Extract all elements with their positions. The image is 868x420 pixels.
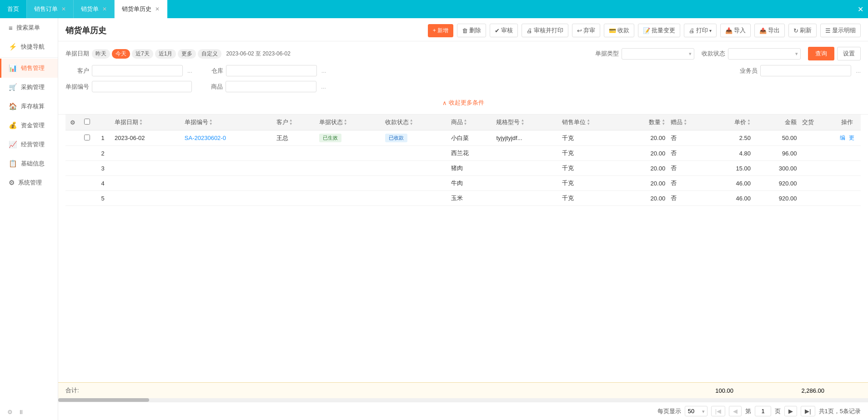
col-doc-status[interactable]: 单据状态 ▲▼ bbox=[316, 115, 382, 130]
sidebar-item-basic-info[interactable]: 📋 基础信息 bbox=[0, 154, 58, 173]
fund-mgmt-icon: 💰 bbox=[9, 121, 17, 130]
scroll-thumb[interactable] bbox=[58, 398, 149, 402]
col-price[interactable]: 单价 ▲▼ bbox=[711, 115, 753, 130]
customer-input[interactable] bbox=[92, 65, 183, 76]
tab-sales-history[interactable]: 销货单历史 ✕ bbox=[115, 0, 167, 18]
row-1-checkbox[interactable] bbox=[84, 135, 90, 140]
cell-gear-5 bbox=[65, 191, 80, 206]
warehouse-input[interactable] bbox=[226, 65, 317, 76]
review-print-button[interactable]: 🖨 审核并打印 bbox=[522, 24, 568, 37]
close-all-button[interactable]: ✕ bbox=[858, 5, 863, 14]
warehouse-dots[interactable]: ... bbox=[321, 67, 326, 74]
col-customer[interactable]: 客户 ▲▼ bbox=[274, 115, 316, 130]
sidebar-item-quick-nav[interactable]: ⚡ 快捷导航 bbox=[0, 37, 58, 56]
customer-dots[interactable]: ... bbox=[187, 67, 192, 74]
select-all-checkbox[interactable] bbox=[84, 119, 90, 125]
show-detail-button[interactable]: ☰ 显示明细 bbox=[820, 24, 861, 37]
col-goods[interactable]: 商品 ▲▼ bbox=[448, 115, 494, 130]
sort-unit[interactable]: 销售单位 ▲▼ bbox=[562, 118, 590, 126]
sidebar-item-sys-mgmt[interactable]: ⚙ 系统管理 bbox=[0, 173, 58, 192]
sidebar-collapse-icon[interactable]: ⏸ bbox=[18, 409, 24, 415]
col-date[interactable]: 单据日期 ▲▼ bbox=[112, 115, 182, 130]
col-gift[interactable]: 赠品 ▲▼ bbox=[668, 115, 711, 130]
col-qty[interactable]: 数量 ▲▼ bbox=[625, 115, 668, 130]
sort-pay-status[interactable]: 收款状态 ▲▼ bbox=[385, 118, 413, 126]
cell-spec-4 bbox=[493, 176, 559, 191]
sidebar-item-search-menu[interactable]: ≡ 搜索菜单 bbox=[0, 18, 58, 37]
sort-spec[interactable]: 规格型号 ▲▼ bbox=[496, 118, 524, 126]
goods-dots[interactable]: ... bbox=[321, 83, 326, 90]
col-doc-no[interactable]: 单据编号 ▲▼ bbox=[182, 115, 274, 130]
cell-customer-4 bbox=[274, 176, 316, 191]
sort-doc-status[interactable]: 单据状态 ▲▼ bbox=[319, 118, 347, 126]
sidebar-item-purchase-mgmt[interactable]: 🛒 采购管理 bbox=[0, 78, 58, 97]
query-button[interactable]: 查询 bbox=[808, 47, 834, 60]
collapse-button[interactable]: ∧ 收起更多条件 bbox=[65, 97, 861, 109]
sort-goods[interactable]: 商品 ▲▼ bbox=[451, 118, 467, 126]
new-button[interactable]: + 新增 bbox=[428, 24, 453, 37]
col-unit[interactable]: 销售单位 ▲▼ bbox=[559, 115, 625, 130]
page-number-input[interactable] bbox=[755, 406, 771, 416]
export-button[interactable]: 📤 导出 bbox=[754, 24, 785, 37]
tab-sales-goods-close[interactable]: ✕ bbox=[102, 6, 107, 12]
tab-sales-history-close[interactable]: ✕ bbox=[155, 6, 160, 12]
tab-sales-order[interactable]: 销售订单 ✕ bbox=[27, 0, 74, 18]
import-button[interactable]: 📥 导入 bbox=[720, 24, 751, 37]
chip-1month[interactable]: 近1月 bbox=[155, 49, 176, 59]
ops-mgmt-icon: 📈 bbox=[9, 140, 17, 149]
last-page-button[interactable]: ▶| bbox=[801, 406, 815, 416]
print-button[interactable]: 🖨 打印 ▾ bbox=[684, 24, 717, 37]
col-pay-status[interactable]: 收款状态 ▲▼ bbox=[382, 115, 448, 130]
edit-btn-1[interactable]: 编 bbox=[840, 135, 845, 141]
sort-doc-no[interactable]: 单据编号 ▲▼ bbox=[185, 118, 213, 126]
doc-no-link-1[interactable]: SA-20230602-0 bbox=[185, 135, 226, 141]
pay-status-select[interactable] bbox=[728, 48, 801, 60]
cell-date-2 bbox=[112, 146, 182, 161]
col-spec[interactable]: 规格型号 ▲▼ bbox=[493, 115, 559, 130]
show-detail-label: 显示明细 bbox=[832, 26, 856, 35]
sidebar-item-stock-calc[interactable]: 🏠 库存核算 bbox=[0, 97, 58, 116]
chip-custom[interactable]: 自定义 bbox=[198, 49, 221, 59]
refresh-button[interactable]: ↻ 刷新 bbox=[788, 24, 817, 37]
first-page-button[interactable]: |◀ bbox=[711, 406, 725, 416]
tab-sales-order-close[interactable]: ✕ bbox=[61, 6, 66, 12]
next-page-button[interactable]: ▶ bbox=[784, 406, 797, 416]
more-btn-1[interactable]: 更 bbox=[849, 135, 854, 141]
doc-no-input[interactable] bbox=[92, 81, 192, 92]
chip-more[interactable]: 更多 bbox=[178, 49, 196, 59]
goods-input[interactable] bbox=[226, 81, 316, 92]
abandon-button[interactable]: ↩ 弃审 bbox=[572, 24, 600, 37]
cell-qty-3: 20.00 bbox=[625, 161, 668, 176]
tab-sales-goods[interactable]: 销货单 ✕ bbox=[74, 0, 115, 18]
delete-button[interactable]: 🗑 删除 bbox=[457, 24, 486, 37]
sort-price[interactable]: 单价 ▲▼ bbox=[734, 118, 751, 126]
sidebar-item-ops-mgmt[interactable]: 📈 经营管理 bbox=[0, 135, 58, 154]
sort-gift[interactable]: 赠品 ▲▼ bbox=[671, 118, 687, 126]
home-tab[interactable]: 首页 bbox=[0, 0, 27, 18]
collect-button[interactable]: 💳 收款 bbox=[604, 24, 634, 37]
sidebar-item-fund-mgmt[interactable]: 💰 资金管理 bbox=[0, 116, 58, 135]
doc-type-select[interactable] bbox=[622, 48, 694, 60]
table-scroll-bar[interactable] bbox=[58, 398, 868, 402]
sidebar-item-sales-mgmt[interactable]: 📊 销售管理 bbox=[0, 59, 58, 78]
staff-label: 业务员 bbox=[734, 67, 758, 75]
sort-date[interactable]: 单据日期 ▲▼ bbox=[115, 118, 143, 126]
chip-7days[interactable]: 近7天 bbox=[132, 49, 153, 59]
search-menu-icon: ≡ bbox=[9, 24, 13, 32]
cell-customer-1: 王总 bbox=[274, 130, 316, 146]
review-button[interactable]: ✔ 审核 bbox=[490, 24, 518, 37]
batch-change-button[interactable]: 📝 批量变更 bbox=[638, 24, 680, 37]
per-page-select[interactable]: 50 100 200 bbox=[685, 406, 707, 416]
sort-arrows-unit: ▲▼ bbox=[587, 119, 590, 126]
sort-qty[interactable]: 数量 ▲▼ bbox=[649, 118, 665, 126]
staff-dots[interactable]: ... bbox=[856, 67, 861, 74]
col-gear[interactable]: ⚙ bbox=[65, 115, 80, 130]
sidebar-settings-icon[interactable]: ⚙ bbox=[7, 409, 13, 415]
sort-customer[interactable]: 客户 ▲▼ bbox=[276, 118, 293, 126]
prev-page-button[interactable]: ◀ bbox=[729, 406, 742, 416]
sidebar-item-sys-mgmt-label: 系统管理 bbox=[18, 179, 42, 187]
staff-input[interactable] bbox=[760, 65, 851, 76]
chip-today[interactable]: 今天 bbox=[112, 49, 130, 59]
chip-yesterday[interactable]: 昨天 bbox=[92, 49, 110, 59]
settings-button[interactable]: 设置 bbox=[837, 47, 861, 60]
